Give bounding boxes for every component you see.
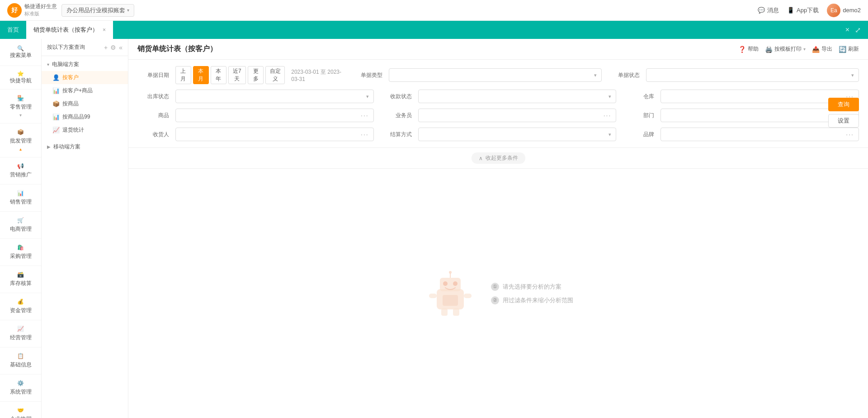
- marketing-icon: 📢: [17, 163, 24, 169]
- date-btn-custom[interactable]: 自定义: [265, 66, 285, 84]
- logo-icon: 好: [7, 3, 22, 18]
- salesperson-select[interactable]: ···: [418, 109, 617, 122]
- tab-home[interactable]: 首页: [0, 21, 26, 39]
- export-icon: 📤: [812, 46, 820, 53]
- sidebar-item-basic[interactable]: 📋 基础信息: [0, 347, 41, 375]
- empty-tip-2: ② 用过滤条件来缩小分析范围: [491, 296, 573, 304]
- brand-label: 品牌: [623, 131, 654, 138]
- scheme-add-button[interactable]: +: [104, 44, 108, 51]
- logo-text: 畅捷通好生意: [24, 3, 57, 10]
- scheme-item-by-customer-product[interactable]: 📊 按客户+商品: [42, 84, 128, 97]
- app-download-action[interactable]: 📱 App下载: [787, 6, 819, 14]
- refresh-action[interactable]: 🔄 刷新: [839, 45, 859, 53]
- wholesale-icon: 📦: [17, 129, 24, 135]
- settings-button[interactable]: 设置: [828, 114, 859, 128]
- scheme-collapse-button[interactable]: «: [119, 44, 123, 51]
- sidebar-item-finance[interactable]: 💰 资金管理: [0, 293, 41, 320]
- sidebar-inventory-label: 库存核算: [10, 280, 32, 287]
- sidebar-item-marketing[interactable]: 📢 营销推广: [0, 157, 41, 185]
- sidebar-item-retail[interactable]: 🏪 零售管理 ▾: [0, 90, 41, 124]
- finance-icon: 💰: [17, 299, 24, 305]
- action-buttons: 查询 设置: [828, 98, 859, 128]
- date-btn-this-month[interactable]: 本月: [193, 66, 209, 84]
- help-icon: ❓: [738, 46, 746, 53]
- tab-sales-stats[interactable]: 销货单统计表（按客户） ×: [26, 21, 113, 39]
- empty-tip-1-label: 请先选择要分析的方案: [503, 283, 561, 291]
- sidebar-item-inventory[interactable]: 🗃️ 库存核算: [0, 266, 41, 293]
- print-action[interactable]: 🖨️ 按模板打印 ▾: [765, 45, 806, 53]
- tip-num-1: ①: [491, 283, 499, 291]
- sidebar-item-sales[interactable]: 📊 销售管理: [0, 185, 41, 212]
- user-initials: Ea: [830, 7, 837, 14]
- empty-tip-1: ① 请先选择要分析的方案: [491, 283, 573, 291]
- tab-close-icon[interactable]: ×: [103, 27, 106, 33]
- svg-rect-9: [453, 309, 459, 316]
- export-action[interactable]: 📤 导出: [812, 45, 832, 53]
- sidebar-item-system[interactable]: ⚙️ 系统管理: [0, 375, 41, 402]
- out-status-chevron-icon: ▾: [366, 94, 369, 100]
- scheme-group-desktop-header[interactable]: ▾ 电脑端方案: [42, 58, 128, 71]
- query-panel: 销货单统计表（按客户） ❓ 帮助 🖨️ 按模板打印 ▾ 📤 导出: [128, 39, 868, 418]
- date-filter-control: 上月 本月 本年 近7天 更多 自定义 2023-03-01 至 2023-03…: [175, 66, 344, 84]
- query-button[interactable]: 查询: [828, 98, 859, 111]
- receipt-status-select[interactable]: ▾: [418, 90, 617, 103]
- receiver-select[interactable]: ···: [175, 128, 374, 141]
- print-chevron-icon: ▾: [803, 47, 806, 52]
- sidebar-item-ecommerce[interactable]: 🛒 电商管理: [0, 212, 41, 239]
- purchase-icon: 🛍️: [17, 244, 24, 251]
- payment-method-select[interactable]: ▾: [418, 128, 617, 141]
- empty-robot-svg: [425, 269, 475, 318]
- scheme-group-mobile-label: 移动端方案: [53, 143, 80, 151]
- app-download-icon: 📱: [787, 7, 794, 14]
- industry-selector[interactable]: 办公用品行业模拟账套 ▾: [61, 4, 134, 17]
- tab-bar: 首页 销货单统计表（按客户） × × ⤢: [0, 21, 868, 39]
- out-status-select[interactable]: ▾: [175, 90, 374, 103]
- sidebar-search-item[interactable]: 🔍 搜索菜单: [0, 39, 41, 66]
- product-select[interactable]: ···: [175, 109, 374, 122]
- tab-close-all-button[interactable]: ×: [844, 24, 851, 36]
- sidebar-retail-label: 零售管理: [10, 103, 32, 111]
- scheme-settings-button[interactable]: ⚙: [110, 44, 116, 51]
- doc-type-select[interactable]: ▾: [389, 68, 602, 82]
- doc-status-chevron-icon: ▾: [851, 72, 854, 78]
- sidebar-item-operations[interactable]: 📈 经营管理: [0, 320, 41, 347]
- user-avatar: Ea: [827, 4, 840, 17]
- date-btn-7days[interactable]: 近7天: [228, 66, 246, 84]
- doc-status-label: 单据状态: [608, 71, 640, 79]
- return-stats-icon: 📈: [52, 127, 60, 133]
- scheme-item-by-customer[interactable]: 👤 按客户: [42, 71, 128, 84]
- user-label: demo2: [843, 7, 861, 14]
- sidebar-basic-label: 基础信息: [10, 361, 32, 369]
- user-area[interactable]: Ea demo2: [827, 4, 861, 17]
- date-btn-more[interactable]: 更多: [248, 66, 264, 84]
- date-btn-last-month[interactable]: 上月: [175, 66, 191, 84]
- scheme-item-return-stats[interactable]: 📈 退货统计: [42, 124, 128, 137]
- doc-status-select[interactable]: ▾: [646, 68, 859, 82]
- date-btn-this-year[interactable]: 本年: [211, 66, 226, 84]
- scheme-item-by-product[interactable]: 📦 按商品: [42, 97, 128, 110]
- help-action[interactable]: ❓ 帮助: [738, 45, 759, 53]
- collapse-button[interactable]: ∧ 收起更多条件: [472, 152, 525, 164]
- sidebar-item-purchase[interactable]: 🛍️ 采购管理: [0, 239, 41, 266]
- page-header-actions: ❓ 帮助 🖨️ 按模板打印 ▾ 📤 导出 🔄 刷新: [738, 45, 859, 58]
- basic-icon: 📋: [17, 353, 24, 359]
- doc-type-label: 单据类型: [351, 71, 382, 79]
- scheme-item-by-product99-label: 按商品品99: [62, 113, 90, 121]
- inventory-icon: 🗃️: [17, 271, 24, 278]
- scheme-item-by-product99[interactable]: 📊 按商品品99: [42, 110, 128, 124]
- scheme-item-by-customer-label: 按客户: [62, 74, 79, 81]
- message-action[interactable]: 💬 消息: [758, 6, 779, 14]
- sidebar-item-enterprise[interactable]: 🤝 企业协同: [0, 402, 41, 418]
- scheme-item-by-customer-product-label: 按客户+商品: [62, 87, 93, 95]
- sidebar-item-wholesale[interactable]: 📦 批发管理 ▴: [0, 124, 41, 157]
- scheme-item-by-product-label: 按商品: [62, 100, 79, 108]
- sidebar-enterprise-label: 企业协同: [10, 415, 32, 418]
- scheme-group-mobile: ▶ 移动端方案: [42, 138, 128, 155]
- message-icon: 💬: [758, 7, 765, 14]
- receipt-status-chevron-icon: ▾: [609, 94, 611, 100]
- brand-select[interactable]: ···: [660, 128, 859, 141]
- tab-expand-button[interactable]: ⤢: [853, 24, 863, 36]
- scheme-group-mobile-header[interactable]: ▶ 移动端方案: [42, 140, 128, 153]
- warehouse-label: 仓库: [623, 93, 654, 100]
- sidebar-quicknav-item[interactable]: ⭐ 快捷导航: [0, 66, 41, 90]
